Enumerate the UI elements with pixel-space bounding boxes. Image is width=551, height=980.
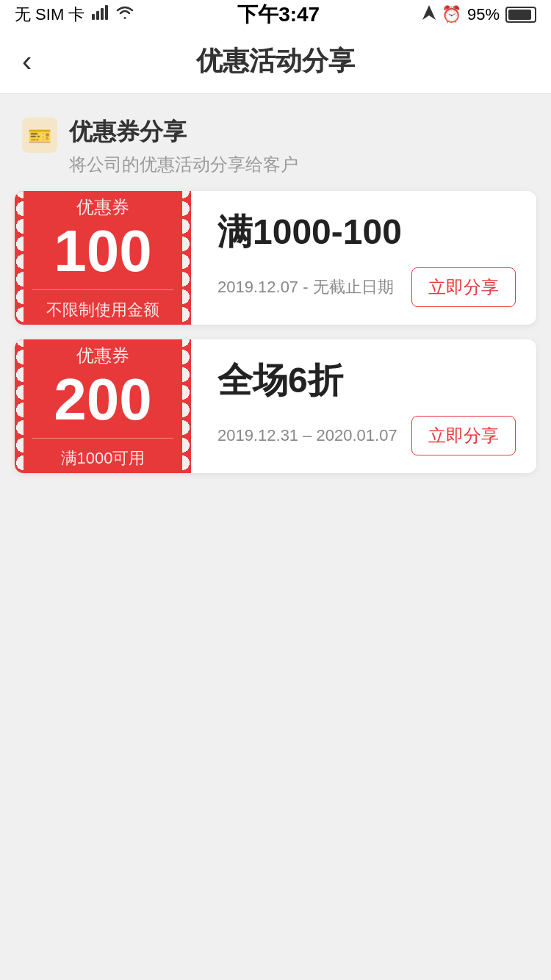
coupon-card-1: 优惠券 100 不限制使用金额 满1000-100 2019.12.07 - 无… (15, 191, 536, 325)
battery-percent: 95% (467, 5, 500, 24)
coupon-right-1: 满1000-100 2019.12.07 - 无截止日期 立即分享 (191, 191, 536, 325)
coupon-left-2: 优惠券 200 满1000可用 (15, 339, 191, 473)
coupon-list: 优惠券 100 不限制使用金额 满1000-100 2019.12.07 - 无… (0, 191, 551, 473)
coupon-card-2: 优惠券 200 满1000可用 全场6折 2019.12.31 – 2020.0… (15, 339, 536, 473)
share-button-2[interactable]: 立即分享 (411, 416, 516, 455)
coupon-section-icon: 🎫 (22, 118, 57, 153)
page-title: 优惠活动分享 (196, 43, 355, 79)
wifi-icon (115, 5, 134, 24)
coupon-type-1: 优惠券 (76, 195, 129, 219)
section-subtitle: 将公司的优惠活动分享给客户 (69, 153, 298, 176)
status-right: ⏰ 95% (422, 5, 536, 24)
coupon-date-1: 2019.12.07 - 无截止日期 (217, 276, 403, 298)
share-button-1[interactable]: 立即分享 (411, 267, 516, 307)
alarm-icon: ⏰ (442, 5, 461, 24)
section-header: 🎫 优惠券分享 将公司的优惠活动分享给客户 (0, 94, 551, 191)
coupon-condition-1: 不限制使用金额 (39, 299, 167, 321)
status-left: 无 SIM 卡 (15, 4, 134, 26)
svg-rect-1 (96, 11, 99, 20)
coupon-meta-1: 2019.12.07 - 无截止日期 立即分享 (217, 267, 516, 307)
coupon-left-1: 优惠券 100 不限制使用金额 (15, 191, 191, 325)
svg-rect-2 (101, 8, 104, 20)
coupon-date-2: 2019.12.31 – 2020.01.07 (217, 426, 403, 445)
svg-rect-3 (105, 5, 108, 20)
coupon-meta-2: 2019.12.31 – 2020.01.07 立即分享 (217, 416, 516, 455)
coupon-amount-1: 100 (54, 222, 151, 281)
signal-icon (92, 5, 108, 24)
svg-rect-0 (92, 14, 95, 20)
coupon-condition-2: 满1000可用 (54, 447, 153, 469)
section-text: 优惠券分享 将公司的优惠活动分享给客户 (69, 116, 298, 176)
coupon-name-2: 全场6折 (217, 357, 516, 404)
battery-icon (505, 7, 536, 23)
coupon-divider-1 (32, 289, 173, 290)
status-time: 下午3:47 (237, 1, 320, 29)
coupon-amount-2: 200 (54, 370, 151, 429)
status-bar: 无 SIM 卡 下午3:47 ⏰ 95% (0, 0, 551, 29)
coupon-right-2: 全场6折 2019.12.31 – 2020.01.07 立即分享 (191, 339, 536, 473)
location-icon (422, 5, 436, 24)
coupon-type-2: 优惠券 (76, 344, 129, 367)
back-button[interactable]: ‹ (22, 45, 32, 78)
coupon-name-1: 满1000-100 (217, 209, 516, 256)
bottom-empty-space (0, 488, 551, 929)
svg-text:🎫: 🎫 (28, 124, 52, 148)
nav-bar: ‹ 优惠活动分享 (0, 29, 551, 94)
back-icon: ‹ (22, 45, 32, 78)
carrier-text: 无 SIM 卡 (15, 4, 84, 26)
section-title: 优惠券分享 (69, 116, 298, 148)
coupon-divider-2 (32, 438, 173, 439)
